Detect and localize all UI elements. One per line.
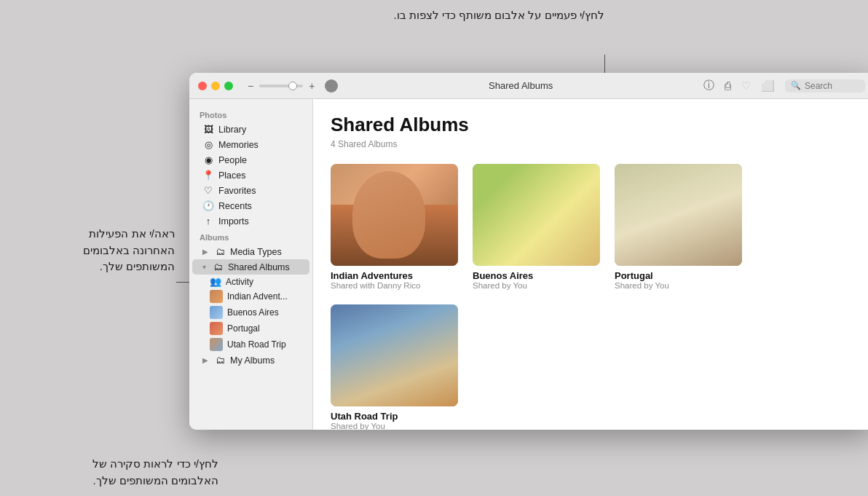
sidebar-item-recents-label: Recents (218, 201, 252, 211)
album-name-buenos: Buenos Aires (473, 270, 600, 281)
album-card-indian[interactable]: Indian Adventures Shared with Danny Rico (331, 164, 458, 290)
memories-icon: ◎ (202, 139, 214, 150)
recents-icon: 🕐 (202, 200, 214, 211)
sidebar-item-indian-label: Indian Advent... (227, 291, 288, 302)
chevron-down-icon: ▾ (202, 263, 206, 271)
callout-top: לחץ/י פעמיים על אלבום משותף כדי לצפות בו… (386, 7, 604, 24)
sidebar-item-memories-label: Memories (218, 140, 259, 150)
zoom-slider[interactable] (259, 84, 303, 87)
indian-thumb (210, 290, 223, 303)
album-name-portugal: Portugal (615, 270, 742, 281)
album-thumb-indian (331, 164, 458, 266)
shared-albums-icon: 🗂 (212, 261, 224, 272)
callout-bottom: לחץ/י כדי לראות סקירה של האלבומים המשותפ… (15, 456, 218, 489)
sidebar-item-utah-label: Utah Road Trip (227, 339, 286, 350)
album-name-utah: Utah Road Trip (331, 411, 458, 422)
chevron-right-icon-2: ▶ (202, 356, 208, 364)
album-desc-buenos: Shared by You (473, 281, 600, 290)
favorites-icon: ♡ (202, 185, 214, 196)
sidebar-item-indian-adventures[interactable]: Indian Advent... (200, 288, 309, 304)
titlebar-actions: ⓘ ⎙ ♡ ⬜ 🔍 (703, 79, 865, 92)
search-input[interactable] (805, 81, 863, 91)
sidebar-item-memories[interactable]: ◎ Memories (192, 137, 309, 152)
search-icon: 🔍 (791, 81, 801, 90)
activity-icon: 👥 (210, 276, 221, 287)
sidebar-item-library[interactable]: 🖼 Library (192, 122, 309, 137)
zoom-slider-thumb[interactable] (288, 82, 297, 90)
minimize-button[interactable] (211, 82, 220, 90)
people-icon: ◉ (202, 154, 214, 165)
album-card-portugal[interactable]: Portugal Shared by You (615, 164, 742, 290)
album-desc-indian: Shared with Danny Rico (331, 281, 458, 290)
photos-section-label: Photos (189, 106, 312, 122)
sidebar-item-favorites-label: Favorites (218, 186, 256, 196)
sidebar-item-imports[interactable]: ↑ Imports (192, 213, 309, 229)
shared-albums-children: 👥 Activity Indian Advent... Buenos Aires… (189, 275, 312, 353)
album-thumb-portugal (615, 164, 742, 266)
sidebar-item-favorites[interactable]: ♡ Favorites (192, 183, 309, 198)
window-title: Shared Albums (338, 80, 703, 91)
sidebar: Photos 🖼 Library ◎ Memories ◉ People 📍 P… (189, 99, 313, 430)
album-desc-portugal: Shared by You (615, 281, 742, 290)
main-content: Photos 🖼 Library ◎ Memories ◉ People 📍 P… (189, 99, 868, 430)
sidebar-item-places-label: Places (218, 170, 246, 181)
sidebar-item-portugal[interactable]: Portugal (200, 320, 309, 336)
albums-section-label: Albums (189, 229, 312, 244)
sidebar-item-media-types-label: Media Types (230, 247, 282, 257)
sidebar-item-my-albums[interactable]: ▶ 🗂 My Albums (192, 353, 309, 368)
callout-left: ראה/י את הפעילות האחרונה באלבומים המשותפ… (7, 226, 175, 275)
sidebar-item-activity[interactable]: 👥 Activity (200, 275, 309, 288)
sidebar-item-media-types[interactable]: ▶ 🗂 Media Types (192, 244, 309, 259)
sidebar-item-places[interactable]: 📍 Places (192, 168, 309, 183)
utah-shape (331, 304, 458, 406)
my-albums-icon: 🗂 (214, 355, 226, 366)
imports-icon: ↑ (202, 216, 214, 227)
album-thumb-buenos (473, 164, 600, 266)
buenos-thumb (210, 306, 223, 319)
sidebar-item-portugal-label: Portugal (227, 323, 260, 334)
sidebar-item-library-label: Library (218, 125, 246, 135)
library-icon: 🖼 (202, 124, 214, 135)
sidebar-item-people[interactable]: ◉ People (192, 152, 309, 168)
portugal-shape (615, 164, 742, 266)
sidebar-item-my-albums-label: My Albums (230, 355, 275, 366)
info-icon[interactable]: ⓘ (703, 79, 714, 92)
close-button[interactable] (198, 82, 207, 90)
utah-thumb (210, 338, 223, 351)
traffic-lights (198, 82, 233, 90)
album-thumb-utah (331, 304, 458, 406)
places-icon: 📍 (202, 170, 214, 181)
chevron-right-icon: ▶ (202, 248, 208, 256)
maximize-button[interactable] (224, 82, 233, 90)
zoom-circle-icon (325, 79, 338, 92)
album-name-indian: Indian Adventures (331, 270, 458, 281)
search-box[interactable]: 🔍 (785, 79, 865, 92)
child-shape-buenos (473, 164, 600, 266)
sidebar-item-people-label: People (218, 155, 247, 165)
heart-icon[interactable]: ♡ (741, 79, 751, 92)
sidebar-item-recents[interactable]: 🕐 Recents (192, 198, 309, 213)
portugal-thumb (210, 322, 223, 335)
sidebar-item-utah-road-trip[interactable]: Utah Road Trip (200, 336, 309, 353)
sidebar-item-shared-albums[interactable]: ▾ 🗂 Shared Albums (192, 259, 309, 275)
sidebar-item-buenos-label: Buenos Aires (227, 307, 279, 318)
album-card-buenos[interactable]: Buenos Aires Shared by You (473, 164, 600, 290)
album-desc-utah: Shared by You (331, 422, 458, 430)
share-icon[interactable]: ⎙ (725, 79, 731, 92)
zoom-minus-button[interactable]: − (248, 80, 253, 92)
zoom-controls: − + (248, 79, 338, 92)
content-area: Shared Albums 4 Shared Albums Indian Adv… (313, 99, 868, 430)
zoom-plus-button[interactable]: + (309, 80, 315, 92)
crop-icon[interactable]: ⬜ (761, 79, 775, 92)
sidebar-item-buenos-aires[interactable]: Buenos Aires (200, 304, 309, 320)
album-grid: Indian Adventures Shared with Danny Rico… (331, 164, 856, 430)
face-shape-indian (352, 171, 425, 259)
album-card-utah[interactable]: Utah Road Trip Shared by You (331, 304, 458, 430)
media-types-icon: 🗂 (214, 246, 226, 257)
sidebar-item-shared-albums-label: Shared Albums (228, 262, 290, 272)
sidebar-item-imports-label: Imports (218, 216, 249, 227)
sidebar-item-activity-label: Activity (226, 277, 253, 287)
titlebar: − + Shared Albums ⓘ ⎙ ♡ ⬜ 🔍 (189, 73, 868, 99)
app-window: − + Shared Albums ⓘ ⎙ ♡ ⬜ 🔍 Photos 🖼 (189, 73, 868, 430)
page-title: Shared Albums (331, 114, 856, 136)
